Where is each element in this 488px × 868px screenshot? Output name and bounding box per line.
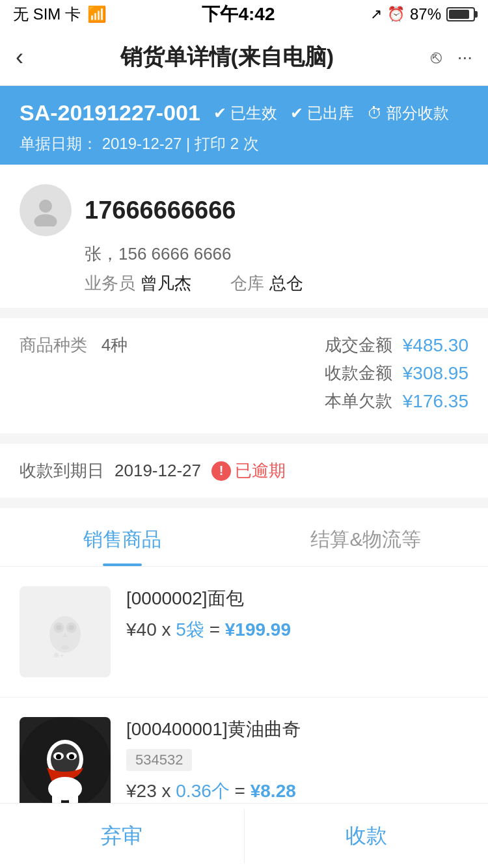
svg-point-5: [56, 625, 61, 631]
order-date: 2019-12-27: [102, 135, 182, 152]
received-amount-label: 收款金额: [325, 362, 392, 385]
back-button[interactable]: ‹: [16, 44, 23, 71]
deal-amount-label: 成交金额: [325, 334, 392, 357]
product-1-name: [0000002]面包: [126, 586, 468, 611]
product-2-qty: 0.36个: [176, 781, 230, 801]
sales-name: 曾凡杰: [141, 272, 191, 295]
product-2-sku: 534532: [126, 749, 192, 771]
svg-point-16: [69, 754, 74, 759]
collect-payment-button[interactable]: 收款: [245, 809, 489, 863]
status-left: 无 SIM 卡 📶: [13, 4, 107, 25]
tab-settlement[interactable]: 结算&物流等: [244, 508, 488, 566]
customer-meta: 业务员 曾凡杰 仓库 总仓: [20, 272, 468, 295]
product-1-total: ¥199.99: [225, 619, 291, 640]
status-shipped: ✔ 已出库: [290, 103, 354, 124]
svg-point-1: [34, 214, 57, 226]
product-list: 鱼+ [0000002]面包 ¥40 x 5袋 = ¥199.99: [0, 567, 488, 828]
share-icon[interactable]: ⎋: [431, 47, 442, 68]
product-type-label: 商品种类: [20, 335, 87, 355]
avatar: [20, 184, 72, 236]
owed-amount-label: 本单欠款: [325, 390, 392, 413]
check-icon-2: ✔: [290, 104, 303, 122]
check-icon-1: ✔: [213, 104, 226, 122]
nav-actions: ⎋ ···: [431, 47, 472, 68]
page-title: 销货单详情(来自电脑): [120, 42, 334, 72]
sales-label: 业务员: [85, 272, 135, 295]
deal-amount-row: 成交金额 ¥485.30: [325, 334, 468, 357]
owed-amount-value: ¥176.35: [403, 391, 468, 412]
svg-point-12: [51, 744, 79, 775]
tab-sales-products[interactable]: 销售商品: [0, 508, 244, 566]
product-2-multiply: x: [162, 781, 176, 801]
received-amount-value: ¥308.95: [403, 363, 468, 384]
customer-section: 17666666666 张，156 6666 6666 业务员 曾凡杰 仓库 总…: [0, 165, 488, 308]
due-section: 收款到期日 2019-12-27 ! 已逾期: [0, 444, 488, 498]
product-2-info: [000400001]黄油曲奇 534532 ¥23 x 0.36个 = ¥8.…: [126, 717, 468, 804]
svg-point-15: [56, 754, 61, 759]
product-1-price: ¥40 x 5袋 = ¥199.99: [126, 617, 468, 642]
deal-amount-value: ¥485.30: [403, 335, 468, 356]
svg-point-8: [61, 645, 70, 649]
product-2-thumb: [20, 717, 111, 808]
cancel-review-button[interactable]: 弃审: [0, 809, 245, 863]
summary-section: 商品种类 4种 成交金额 ¥485.30 收款金额 ¥308.95 本单欠款 ¥…: [0, 318, 488, 433]
status-time: 下午4:42: [202, 2, 275, 27]
list-item: 鱼+ [0000002]面包 ¥40 x 5袋 = ¥199.99: [0, 567, 488, 698]
overdue-badge: ! 已逾期: [211, 459, 286, 482]
bottom-bar: 弃审 收款: [0, 803, 488, 868]
nav-bar: ‹ 销货单详情(来自电脑) ⎋ ···: [0, 29, 488, 86]
status-bar: 无 SIM 卡 📶 下午4:42 ↗ ⏰ 87%: [0, 0, 488, 29]
more-icon[interactable]: ···: [457, 47, 472, 68]
order-id: SA-20191227-001: [20, 100, 200, 126]
location-icon: ↗: [370, 6, 382, 23]
product-1-thumb: 鱼+: [20, 586, 111, 677]
wifi-icon: 📶: [87, 5, 107, 23]
warehouse-label: 仓库: [230, 272, 264, 295]
status-right: ↗ ⏰ 87%: [370, 5, 475, 23]
product-2-equals: =: [235, 781, 251, 801]
carrier-label: 无 SIM 卡: [13, 4, 81, 25]
product-2-total: ¥8.28: [251, 781, 296, 801]
product-2-price: ¥23 x 0.36个 = ¥8.28: [126, 779, 468, 804]
customer-phone: 17666666666: [85, 197, 236, 224]
product-1-multiply: x: [162, 619, 176, 640]
status-partial: ⏱ 部分收款: [367, 103, 449, 124]
customer-name: 张，156 6666 6666: [20, 243, 468, 265]
due-date-value: 2019-12-27: [115, 461, 201, 481]
battery-icon: [446, 7, 475, 21]
product-1-equals: =: [210, 619, 225, 640]
battery-percent: 87%: [410, 5, 441, 23]
svg-text:鱼+: 鱼+: [53, 652, 64, 658]
product-2-unit-price: ¥23: [126, 781, 157, 801]
product-1-unit-price: ¥40: [126, 619, 157, 640]
summary-right: 成交金额 ¥485.30 收款金额 ¥308.95 本单欠款 ¥176.35: [325, 334, 468, 418]
overdue-icon: !: [211, 461, 231, 481]
order-header: SA-20191227-001 ✔ 已生效 ✔ 已出库 ⏱ 部分收款 单据日期：…: [0, 86, 488, 165]
product-1-qty: 5袋: [176, 619, 204, 640]
product-type-value: 4种: [102, 335, 128, 355]
warehouse-name: 总仓: [269, 272, 303, 295]
svg-point-0: [39, 200, 52, 213]
product-1-info: [0000002]面包 ¥40 x 5袋 = ¥199.99: [126, 586, 468, 642]
product-2-name: [000400001]黄油曲奇: [126, 717, 468, 742]
status-active: ✔ 已生效: [213, 103, 277, 124]
tabs-section: 销售商品 结算&物流等: [0, 508, 488, 567]
owed-amount-row: 本单欠款 ¥176.35: [325, 390, 468, 413]
print-info: | 打印 2 次: [186, 135, 259, 152]
summary-left: 商品种类 4种: [20, 334, 128, 360]
product-type-row: 商品种类 4种: [20, 334, 128, 357]
date-label: 单据日期：: [20, 135, 98, 152]
overdue-text: 已逾期: [235, 459, 286, 482]
alarm-icon: ⏰: [387, 6, 405, 23]
received-amount-row: 收款金额 ¥308.95: [325, 362, 468, 385]
svg-point-6: [69, 625, 74, 631]
due-date-label: 收款到期日: [20, 459, 104, 482]
clock-icon: ⏱: [367, 104, 383, 122]
order-date-row: 单据日期： 2019-12-27 | 打印 2 次: [20, 133, 468, 154]
